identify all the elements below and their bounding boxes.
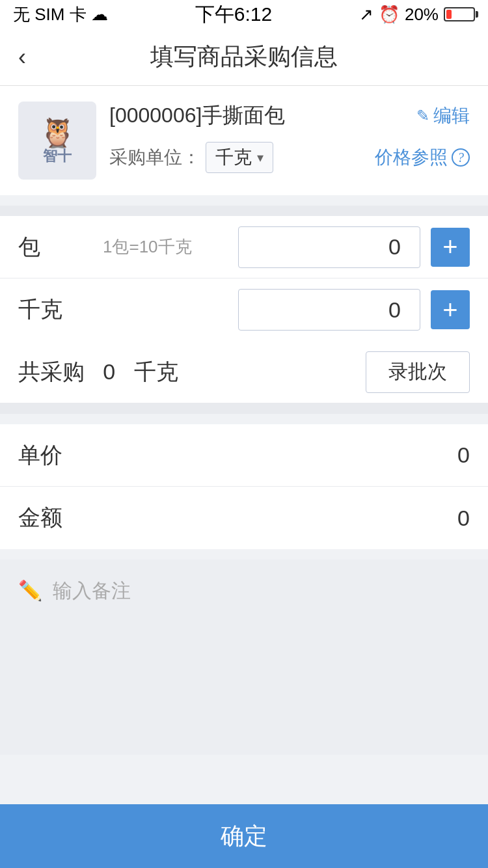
remark-placeholder: 输入备注 — [53, 578, 131, 604]
purchase-unit-row: 采购单位： 千克 ▾ 价格参照 ? — [109, 142, 470, 173]
unit-arrow-icon: ▾ — [257, 150, 264, 165]
battery-icon — [444, 7, 475, 21]
battery-fill — [446, 10, 452, 19]
total-amount: 0 — [103, 359, 115, 384]
bao-plus-button[interactable]: + — [431, 228, 470, 267]
remark-pencil-icon: ✏️ — [18, 579, 42, 602]
price-ref-button[interactable]: 价格参照 ? — [375, 145, 470, 170]
amount-label: 金额 — [18, 503, 62, 533]
status-battery-area: ↗ ⏰ 20% — [359, 5, 475, 25]
bao-sublabel: 1包=10千克 — [103, 236, 192, 258]
product-name-row: [0000006]手撕面包 ✎ 编辑 — [109, 102, 470, 130]
unit-price-value: 0 — [457, 442, 470, 468]
nav-bar: ‹ 填写商品采购信息 — [0, 29, 488, 86]
amount-row: 金额 0 — [0, 487, 488, 549]
page-title: 填写商品采购信息 — [150, 41, 338, 73]
bao-label: 包 — [18, 232, 96, 262]
bao-input-row: 包 1包=10千克 + — [0, 216, 488, 278]
amount-value: 0 — [457, 506, 470, 531]
status-location-icon: ↗ — [359, 5, 373, 25]
edit-icon: ✎ — [416, 107, 429, 125]
section-separator-2 — [0, 403, 488, 414]
kg-input-wrap: + — [96, 289, 470, 331]
bao-input[interactable] — [238, 226, 420, 268]
product-logo: 🦉 智十 — [40, 117, 75, 165]
unit-price-row: 单价 0 — [0, 424, 488, 487]
kg-input[interactable] — [238, 289, 420, 331]
product-section: 🦉 智十 [0000006]手撕面包 ✎ 编辑 采购单位： 千克 ▾ — [0, 86, 488, 195]
bao-input-wrap: + — [192, 226, 470, 268]
status-bar: 无 SIM 卡 ☁ 下午6:12 ↗ ⏰ 20% — [0, 0, 488, 29]
bottom-spacer — [0, 625, 488, 755]
section-separator-1 — [0, 206, 488, 216]
status-alarm-icon: ⏰ — [379, 5, 400, 25]
kg-label: 千克 — [18, 295, 96, 325]
unit-select[interactable]: 千克 ▾ — [206, 142, 273, 173]
total-row: 共采购 0 千克 录批次 — [0, 341, 488, 403]
kg-plus-button[interactable]: + — [431, 290, 470, 329]
status-battery-percent: 20% — [405, 5, 439, 25]
product-name: [0000006]手撕面包 — [109, 102, 285, 130]
input-section: 包 1包=10千克 + 千克 + — [0, 216, 488, 341]
product-info: [0000006]手撕面包 ✎ 编辑 采购单位： 千克 ▾ 价格参照 ? — [109, 102, 470, 173]
status-time: 下午6:12 — [195, 1, 272, 28]
total-text: 共采购 0 千克 — [18, 357, 178, 387]
product-image: 🦉 智十 — [18, 102, 96, 180]
back-button[interactable]: ‹ — [18, 44, 26, 71]
purchase-unit-label: 采购单位： 千克 ▾ — [109, 142, 273, 173]
price-info-section: 单价 0 金额 0 — [0, 424, 488, 549]
confirm-button[interactable]: 确定 — [0, 804, 488, 868]
status-signal: 无 SIM 卡 ☁ — [13, 3, 108, 26]
record-batch-button[interactable]: 录批次 — [366, 351, 470, 393]
edit-button[interactable]: ✎ 编辑 — [416, 103, 470, 128]
unit-price-label: 单价 — [18, 441, 62, 470]
kg-input-row: 千克 + — [0, 278, 488, 341]
logo-text: 智十 — [43, 148, 72, 164]
price-ref-help-icon: ? — [452, 148, 470, 167]
remark-section[interactable]: ✏️ 输入备注 — [0, 560, 488, 625]
